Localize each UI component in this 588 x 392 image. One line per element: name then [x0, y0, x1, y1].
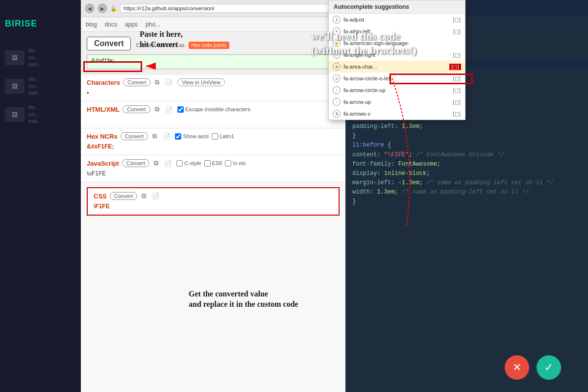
show-ascii-checkbox[interactable]: [175, 133, 181, 140]
css-line-before-close: }: [352, 197, 581, 206]
sidebar-item-3[interactable]: 🖼 Mo... mo... web...: [0, 100, 81, 129]
confirm-button[interactable]: ✓: [537, 355, 561, 380]
dropdown-icon-arrow-circle-up: ↑: [333, 86, 341, 94]
characters-file-btn[interactable]: 📄: [164, 79, 174, 86]
sidebar-icon-2: 🖼: [5, 79, 24, 94]
characters-section: Characters Convert ⧉ 📄 View in UniView ▪: [81, 74, 345, 101]
dropdown-name-arrow-circle-up: fa-arrow-circle-up: [343, 87, 449, 93]
view-in-uniview-btn[interactable]: View in UniView: [177, 78, 224, 86]
htmlxml-convert-btn[interactable]: Convert: [122, 105, 150, 113]
dropdown-item-arrow-circle-left[interactable]: ⊙ fa-arrow-circle-o-left []: [329, 73, 465, 84]
css-line-content: content: "\F1FE"; /* FontAwesome Unicode…: [352, 150, 581, 160]
dropdown-name-align-left: fa-align-left: [343, 28, 449, 34]
sidebar-item-2[interactable]: 🖼 Mo... mo... web...: [0, 72, 81, 100]
css-line-display: display: inline-block;: [352, 169, 581, 178]
sidebar-text-3: Mo... mo... web...: [28, 104, 42, 125]
dropdown-icon-align-left: ≡: [333, 27, 341, 35]
hexncrs-label: Hex NCRs: [87, 133, 118, 140]
n-etc-checkbox[interactable]: [225, 160, 231, 167]
dropdown-icon-arrows-v: ⇅: [333, 110, 341, 118]
es6-label: ES6: [204, 160, 222, 167]
dropdown-name-asl: fa-american-sign-language-: [343, 40, 461, 46]
nav-docs[interactable]: docs: [105, 21, 117, 28]
characters-copy-btn[interactable]: ⧉: [153, 78, 161, 86]
css-line-margin-left: margin-left: -1.3em; /* same as padding-…: [352, 178, 581, 188]
dropdown-code-area-chart: []: [449, 64, 461, 70]
main-convert-button[interactable]: Convert: [87, 37, 131, 50]
htmlxml-copy-btn[interactable]: ⧉: [153, 105, 161, 113]
dropdown-icon-angle-right: ▷: [333, 51, 341, 59]
htmlxml-section: HTML/XML Convert ⧉ 📄 Escape invisible ch…: [81, 101, 345, 128]
converter-panel: Convert Convert numbers as Hex code poin…: [81, 32, 345, 392]
hexncrs-section: Hex NCRs Convert ⧉ 📄 Show ascii Latin1 &…: [81, 128, 345, 155]
css-section: CSS Convert ⧉ 📄 \F1FE: [87, 187, 340, 216]
dropdown-icon-adjust: ℹ: [333, 16, 341, 24]
dropdown-name-angle-right: fa-angle-right: [343, 52, 449, 58]
javascript-convert-btn[interactable]: Convert: [122, 159, 150, 167]
css-convert-btn[interactable]: Convert: [110, 192, 138, 200]
hex-code-badge[interactable]: Hex code points: [189, 42, 230, 49]
hexncrs-file-btn[interactable]: 📄: [161, 133, 172, 140]
javascript-file-btn[interactable]: 📄: [163, 160, 173, 167]
dropdown-code-align-left: []: [452, 29, 461, 34]
hexncrs-result: &#xF1FE;: [87, 143, 114, 150]
input-result-box[interactable]: &#xf1fe;: [87, 54, 340, 69]
forward-button[interactable]: ▶: [98, 3, 107, 13]
hexncrs-header: Hex NCRs Convert ⧉ 📄 Show ascii Latin1: [87, 132, 340, 140]
input-section: Convert Convert numbers as Hex code poin…: [81, 32, 345, 74]
dropdown-item-adjust[interactable]: ℹ fa-adjust []: [329, 14, 465, 25]
lock-icon: 🔒: [110, 5, 117, 12]
javascript-section: JavaScript Convert ⧉ 📄 C-style ES6 \n et…: [81, 155, 345, 182]
nav-apps[interactable]: apps: [125, 21, 138, 28]
css-line-li-close: }: [352, 131, 581, 141]
javascript-copy-btn[interactable]: ⧉: [152, 159, 160, 167]
hexncrs-convert-btn[interactable]: Convert: [121, 132, 148, 140]
cstyle-checkbox[interactable]: [176, 160, 183, 167]
latin1-label: Latin1: [212, 133, 234, 140]
nav-pho[interactable]: pho...: [146, 21, 160, 28]
back-button[interactable]: ◀: [85, 3, 95, 13]
css-file-btn[interactable]: 📄: [150, 193, 161, 200]
cstyle-label: C-style: [176, 160, 201, 167]
css-section-wrapper: CSS Convert ⧉ 📄 \F1FE: [81, 182, 345, 220]
sidebar-item-1[interactable]: 🖼 Mo... mo... web...: [0, 44, 81, 72]
javascript-header: JavaScript Convert ⧉ 📄 C-style ES6 \n et…: [87, 159, 340, 167]
dropdown-code-arrow-circle-up: []: [452, 88, 461, 93]
css-line-font-family: font-family: FontAwesome;: [352, 160, 581, 169]
nav-blog[interactable]: blog: [86, 21, 97, 28]
url-bar[interactable]: https://r12a.github.io/apps/conversion/: [120, 4, 342, 13]
dropdown-name-arrow-circle-left: fa-arrow-circle-o-left: [343, 75, 449, 81]
dropdown-name-arrow-up: fa-arrow-up: [343, 99, 449, 105]
convert-numbers-row: Convert numbers as Hex code points: [136, 42, 229, 49]
browser-bar: ◀ ▶ 🔒 https://r12a.github.io/apps/conver…: [81, 0, 345, 17]
sidebar-text-2: Mo... mo... web...: [28, 76, 42, 97]
dropdown-item-asl[interactable]: 🤟 fa-american-sign-language-: [329, 37, 465, 49]
dropdown-code-arrows-v: []: [452, 111, 461, 117]
cancel-button[interactable]: ✕: [505, 355, 529, 380]
sidebar-items: 🖼 Mo... mo... web... 🖼 Mo... mo... web..…: [0, 44, 81, 129]
characters-header: Characters Convert ⧉ 📄 View in UniView: [87, 78, 340, 86]
hexncrs-copy-btn[interactable]: ⧉: [151, 132, 158, 140]
dropdown-name-area-chart: fa-area-char...: [343, 64, 446, 70]
htmlxml-label: HTML/XML: [87, 106, 120, 113]
es6-checkbox[interactable]: [204, 160, 211, 167]
dropdown-item-angle-right[interactable]: ▷ fa-angle-right []: [329, 49, 465, 61]
dropdown-item-area-chart[interactable]: ⊕ fa-area-char... []: [329, 61, 465, 73]
escape-invisible-checkbox[interactable]: [177, 106, 184, 113]
characters-label: Characters: [87, 79, 120, 86]
dropdown-item-arrows-v[interactable]: ⇅ fa-arrows-v []: [329, 108, 465, 120]
characters-convert-btn[interactable]: Convert: [123, 78, 151, 86]
htmlxml-file-btn[interactable]: 📄: [164, 106, 174, 113]
dropdown-item-arrow-circle-up[interactable]: ↑ fa-arrow-circle-up []: [329, 84, 465, 96]
sidebar: BIRISE 🖼 Mo... mo... web... 🖼 Mo... mo..…: [0, 0, 81, 392]
javascript-label: JavaScript: [87, 160, 119, 167]
css-copy-btn[interactable]: ⧉: [140, 192, 147, 200]
dropdown-code-angle-right: []: [452, 52, 461, 58]
dropdown-code-adjust: []: [452, 17, 461, 23]
dropdown-item-align-left[interactable]: ≡ fa-align-left []: [329, 25, 465, 37]
latin1-checkbox[interactable]: [212, 133, 218, 140]
css-header: CSS Convert ⧉ 📄: [94, 192, 333, 200]
javascript-value: \uF1FE: [87, 169, 340, 178]
css-label: CSS: [94, 193, 107, 200]
dropdown-item-arrow-up[interactable]: ↑ fa-arrow-up []: [329, 96, 465, 108]
